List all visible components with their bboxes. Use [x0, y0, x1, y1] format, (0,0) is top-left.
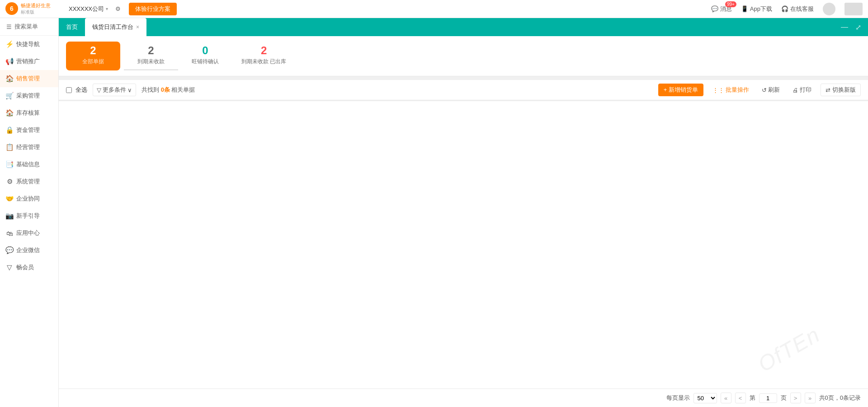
apps-icon: 🛍: [5, 229, 14, 237]
tab-bar: 首页 钱货日清工作台 × — ⤢: [59, 18, 868, 36]
page-info: 共0页，0条记录: [819, 394, 861, 402]
refresh-label: 刷新: [768, 86, 780, 94]
tab-workspace[interactable]: 钱货日清工作台 ×: [85, 18, 146, 36]
switch-version-button[interactable]: ⇄ 切换新版: [821, 84, 861, 96]
summary-card-all[interactable]: 2 全部单据: [66, 42, 120, 70]
message-badge: 99+: [725, 1, 736, 7]
tab-workspace-label: 钱货日清工作台: [92, 23, 133, 31]
online-service-label: 在线客服: [790, 5, 814, 13]
found-text: 共找到 0条 相关单据: [142, 86, 195, 94]
basic-icon: 📑: [5, 160, 14, 168]
sidebar-label-finance: 资金管理: [16, 126, 40, 134]
main-content: 首页 钱货日清工作台 × — ⤢ 2 全部单据 2 到期未收款 0 旺铺待确认: [59, 18, 868, 407]
sidebar-item-enterprise[interactable]: 🤝 企业协同: [0, 190, 58, 207]
sidebar-item-finance[interactable]: 🔒 资金管理: [0, 122, 58, 139]
tab-minimize-button[interactable]: —: [839, 22, 850, 33]
tab-home[interactable]: 首页: [59, 18, 85, 36]
sidebar-item-purchase[interactable]: 🛒 采购管理: [0, 87, 58, 104]
filter-bar: 全选 ▽ 更多条件 ∨ 共找到 0条 相关单据 + 新增销货单 ⋮⋮ 批量操作 …: [59, 80, 868, 100]
page-number-input[interactable]: [759, 393, 777, 403]
sidebar-item-member[interactable]: ▽ 畅会员: [0, 259, 58, 276]
top-header: 6 畅捷通好生意 标准版 XXXXXX公司 ▾ ⚙ 体验行业方案 💬 消息 99…: [0, 0, 868, 18]
search-menu-label: 搜索菜单: [14, 23, 38, 31]
batch-ops-button[interactable]: ⋮⋮ 批量操作: [709, 84, 753, 96]
app-download-label: App下载: [750, 5, 772, 13]
select-all-label: 全选: [75, 86, 87, 94]
card-pending-num: 0: [187, 45, 223, 56]
enterprise-icon: 🤝: [5, 195, 14, 203]
tab-close-icon[interactable]: ×: [136, 24, 139, 30]
next-page-button[interactable]: >: [790, 393, 801, 403]
sidebar-item-sales[interactable]: 🏠 销售管理: [0, 70, 58, 87]
wecom-icon: 💬: [5, 246, 14, 254]
summary-cards: 2 全部单据 2 到期未收款 0 旺铺待确认 2 到期未收款 已出库: [59, 36, 868, 76]
tab-maximize-button[interactable]: ⤢: [853, 22, 863, 33]
online-service-button[interactable]: 🎧 在线客服: [781, 5, 814, 13]
sidebar-item-guide[interactable]: 📷 新手引导: [0, 207, 58, 225]
table-area: [59, 101, 868, 388]
purchase-icon: 🛒: [5, 92, 14, 100]
last-page-button[interactable]: »: [805, 393, 816, 403]
card-overdue-num: 2: [133, 45, 169, 56]
card-pending-label: 旺铺待确认: [187, 58, 223, 65]
sidebar: ☰ 搜索菜单 ⚡ 快捷导航 📢 营销推广 🏠 销售管理 🛒 采购管理 🏠 库存核…: [0, 18, 59, 407]
sidebar-item-inventory[interactable]: 🏠 库存核算: [0, 104, 58, 122]
operations-icon: 📋: [5, 143, 14, 151]
card-overdue-label: 到期未收款: [133, 58, 169, 65]
sidebar-item-operations[interactable]: 📋 经营管理: [0, 139, 58, 156]
app-download-button[interactable]: 📱 App下载: [741, 5, 772, 13]
pagination: 每页显示 50 20 100 « < 第 页 > » 共0页，0条记录: [59, 388, 868, 407]
message-button[interactable]: 💬 消息 99+: [711, 5, 732, 13]
search-menu-icon: ☰: [6, 23, 12, 30]
batch-label: 批量操作: [726, 86, 749, 94]
user-info[interactable]: [844, 3, 863, 15]
select-all-checkbox[interactable]: [66, 87, 72, 93]
trial-button[interactable]: 体验行业方案: [129, 3, 177, 15]
summary-card-overdue[interactable]: 2 到期未收款: [124, 42, 178, 70]
refresh-button[interactable]: ↺ 刷新: [758, 84, 783, 96]
search-menu-button[interactable]: ☰ 搜索菜单: [0, 18, 58, 36]
sales-icon: 🏠: [5, 75, 14, 83]
sidebar-label-wecom: 企业微信: [16, 246, 40, 254]
logo-icon: 6: [5, 2, 18, 15]
tab-actions: — ⤢: [839, 22, 868, 33]
online-service-icon: 🎧: [781, 5, 788, 12]
print-icon: 🖨: [793, 87, 798, 94]
member-icon: ▽: [5, 263, 14, 271]
company-name: XXXXXX公司: [69, 5, 104, 13]
inventory-icon: 🏠: [5, 109, 14, 117]
settings-icon[interactable]: ⚙: [112, 3, 124, 15]
page-size-select[interactable]: 50 20 100: [693, 393, 717, 403]
card-all-num: 2: [75, 45, 111, 56]
summary-card-overdue-out[interactable]: 2 到期未收款 已出库: [232, 42, 295, 70]
sidebar-label-guide: 新手引导: [16, 212, 40, 220]
filter-icon: ▽: [97, 87, 101, 94]
sidebar-item-shortcut[interactable]: ⚡ 快捷导航: [0, 36, 58, 53]
page-size-label: 每页显示: [666, 394, 690, 402]
page-content: 2 全部单据 2 到期未收款 0 旺铺待确认 2 到期未收款 已出库 全选 ▽ …: [59, 36, 868, 407]
sidebar-label-inventory: 库存核算: [16, 109, 40, 117]
print-button[interactable]: 🖨 打印: [789, 84, 815, 96]
sidebar-label-apps: 应用中心: [16, 229, 40, 237]
system-icon: ⚙: [5, 178, 14, 186]
switch-label: 切换新版: [832, 86, 856, 94]
refresh-icon: ↺: [762, 87, 767, 94]
sidebar-item-apps[interactable]: 🛍 应用中心: [0, 225, 58, 242]
summary-card-pending[interactable]: 0 旺铺待确认: [178, 42, 232, 70]
company-selector[interactable]: XXXXXX公司 ▾: [69, 5, 108, 13]
more-conditions-button[interactable]: ▽ 更多条件 ∨: [93, 84, 136, 96]
card-overdue-out-num: 2: [241, 45, 286, 56]
sidebar-item-wecom[interactable]: 💬 企业微信: [0, 242, 58, 259]
sidebar-label-basic: 基础信息: [16, 160, 40, 168]
new-order-button[interactable]: + 新增销货单: [658, 84, 703, 96]
first-page-button[interactable]: «: [721, 393, 731, 403]
switch-icon: ⇄: [826, 87, 830, 94]
sidebar-label-system: 系统管理: [16, 178, 40, 186]
avatar[interactable]: [823, 3, 835, 15]
sidebar-item-system[interactable]: ⚙ 系统管理: [0, 173, 58, 190]
page-label: 第: [750, 394, 755, 402]
sidebar-item-basic[interactable]: 📑 基础信息: [0, 156, 58, 173]
prev-page-button[interactable]: <: [735, 393, 746, 403]
sidebar-item-marketing[interactable]: 📢 营销推广: [0, 53, 58, 70]
logo-area: 6 畅捷通好生意 标准版: [5, 2, 64, 15]
